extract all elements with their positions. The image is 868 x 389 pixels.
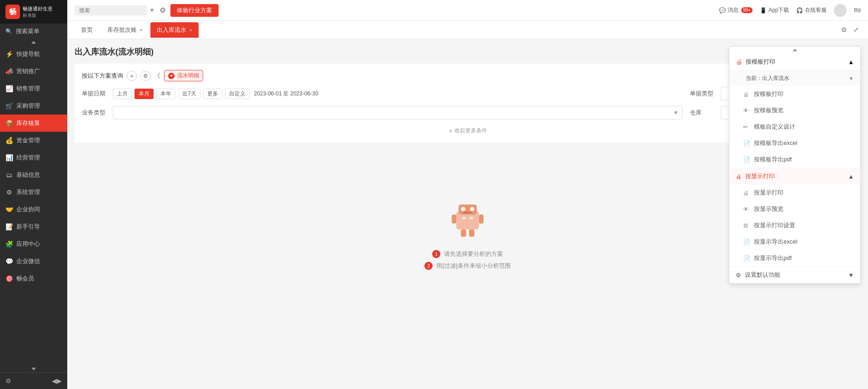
guide-icon: 📝	[5, 223, 13, 230]
dropdown-item-display-settings[interactable]: ⚙ 按显示打印设置	[729, 217, 860, 234]
default-settings-icon: ⚙	[736, 272, 741, 279]
filter-collapse-left-btn[interactable]: 《	[154, 72, 160, 80]
sidebar-item-label: 销售管理	[16, 85, 62, 93]
user-avatar[interactable]	[834, 4, 847, 17]
sidebar-collapse-icon[interactable]: ◀▶	[52, 377, 62, 384]
sidebar-item-purchase[interactable]: 🛒 采购管理	[0, 97, 67, 115]
sidebar-item-label: 应用中心	[16, 240, 62, 248]
topbar-search-box[interactable]	[75, 5, 147, 15]
svg-rect-9	[462, 217, 466, 219]
tab-maximize-icon[interactable]: ⤢	[852, 24, 861, 35]
search-dropdown-icon[interactable]: ▼	[149, 7, 155, 14]
svg-point-2	[461, 207, 465, 211]
sidebar-item-sales[interactable]: 📈 销售管理	[0, 80, 67, 97]
sidebar-item-base[interactable]: 🗂 基础信息	[0, 166, 67, 184]
dropdown-item-template-print[interactable]: 🖨 按模板打印	[729, 86, 860, 102]
dropdown-current[interactable]: 当前：出入库流水 ▼	[729, 71, 860, 86]
sidebar-scroll-down[interactable]	[0, 366, 67, 372]
inventory-icon: 📦	[5, 120, 13, 127]
filter-tag-label: 流水明细	[177, 72, 199, 80]
sidebar-item-operations[interactable]: 📊 经营管理	[0, 149, 67, 166]
dropdown-item-display-preview[interactable]: 👁 按显示预览	[729, 201, 860, 217]
sidebar-search-item[interactable]: 🔍 搜索菜单	[0, 24, 67, 39]
tab-flow[interactable]: 出入库流水 ×	[150, 22, 198, 38]
sidebar-item-quick-nav[interactable]: ⚡ 快捷导航	[0, 45, 67, 63]
collapse-more-btn[interactable]: ∧ 收起更多条件	[449, 127, 487, 135]
dropdown-section2-header[interactable]: 🖨 按显示打印 ▲	[729, 168, 860, 185]
search-input[interactable]	[79, 7, 143, 14]
sidebar-item-label: 企业协同	[16, 205, 62, 214]
filter-section-label: 按以下方案查询	[82, 72, 123, 80]
dropdown-item-template-pdf[interactable]: 📄 按模板导出pdf	[729, 151, 860, 168]
filter-add-btn[interactable]: +	[127, 71, 137, 81]
biz-type-select[interactable]: ▼	[113, 106, 683, 120]
sidebar-item-guide[interactable]: 📝 新手引导	[0, 218, 67, 235]
tab-flow-close[interactable]: ×	[189, 27, 192, 33]
sidebar-item-member[interactable]: 🎯 畅会员	[0, 270, 67, 287]
tab-home-label: 首页	[81, 26, 93, 34]
dropdown-item-display-excel[interactable]: 📄 按显示导出excel	[729, 234, 860, 250]
tab-batch-account-label: 库存批次账	[107, 26, 137, 34]
sidebar-item-system[interactable]: ⚙ 系统管理	[0, 184, 67, 201]
dropdown-current-arrow: ▼	[848, 75, 854, 82]
tab-flow-label: 出入库流水	[157, 26, 186, 34]
app-download-icon: 📱	[760, 7, 767, 14]
svg-rect-10	[469, 217, 473, 219]
dropdown-item-display-print[interactable]: 🖨 按显示打印	[729, 185, 860, 201]
tab-home[interactable]: 首页	[75, 22, 99, 38]
dropdown-footer[interactable]: ⚙ 设置默认功能 ▼	[729, 267, 860, 283]
filter-tag[interactable]: ✦ 流水明细	[164, 70, 203, 81]
app-download-action[interactable]: 📱 App下载	[760, 6, 789, 14]
sidebar-item-apps[interactable]: 🧩 应用中心	[0, 235, 67, 253]
date-btn-this-month[interactable]: 本月	[135, 89, 154, 99]
svg-rect-7	[461, 229, 466, 237]
dropdown-item-template-custom[interactable]: ✏ 模板自定义设计	[729, 119, 860, 135]
sidebar-item-finance[interactable]: 💰 资金管理	[0, 132, 67, 149]
display-pdf-icon: 📄	[743, 255, 750, 262]
member-icon: 🎯	[5, 275, 13, 282]
sidebar-item-inventory[interactable]: 📦 库存核算	[0, 115, 67, 132]
sidebar-item-label: 基础信息	[16, 171, 62, 179]
template-pdf-icon: 📄	[743, 156, 750, 163]
system-icon: ⚙	[5, 189, 13, 196]
display-print-section-icon: 🖨	[736, 173, 742, 180]
dropdown-header[interactable]: 🖨 按模板打印 ▲	[729, 53, 860, 71]
sidebar-scroll-up[interactable]	[0, 39, 67, 45]
message-action[interactable]: 💬 消息 99+	[719, 6, 753, 14]
dropdown-item-display-pdf[interactable]: 📄 按显示导出pdf	[729, 250, 860, 266]
display-excel-icon: 📄	[743, 239, 750, 245]
industry-btn[interactable]: 体验行业方案	[170, 4, 219, 17]
display-excel-label: 按显示导出excel	[754, 238, 797, 246]
topbar-gear-icon[interactable]: ⚙	[160, 6, 166, 15]
sidebar-settings-icon[interactable]: ⚙	[5, 377, 11, 384]
tab-batch-account[interactable]: 库存批次账 ×	[101, 22, 149, 38]
date-btn-custom[interactable]: 自定义	[225, 89, 249, 99]
sidebar-item-wechat[interactable]: 💬 企业微信	[0, 253, 67, 270]
sidebar-item-enterprise[interactable]: 🤝 企业协同	[0, 201, 67, 218]
dropdown-header-label: 按模板打印	[746, 58, 775, 66]
tab-restore-icon[interactable]: ⧉	[840, 24, 848, 35]
dropdown-scroll-up[interactable]	[729, 47, 860, 53]
sidebar-item-label: 企业微信	[16, 257, 62, 265]
online-service-action[interactable]: 🎧 在线客服	[796, 6, 827, 14]
date-btn-this-year[interactable]: 本年	[156, 89, 175, 99]
date-btn-7days[interactable]: 近7天	[178, 89, 200, 99]
date-btn-more[interactable]: 更多	[203, 89, 222, 99]
sidebar-item-label: 资金管理	[16, 136, 62, 145]
sidebar-item-marketing[interactable]: 📣 营销推广	[0, 63, 67, 80]
dropdown-item-template-preview[interactable]: 👁 按模板预览	[729, 102, 860, 119]
main-content: ▼ ⚙ 体验行业方案 💬 消息 99+ 📱 App下载 🎧 在线客服 Rit 首…	[67, 0, 868, 389]
empty-step-1: 1 请先选择要分析的方案	[432, 250, 503, 258]
date-btn-last-month[interactable]: 上月	[113, 89, 132, 99]
tabs-window-controls: ⧉ ⤢	[840, 24, 861, 35]
display-settings-label: 按显示打印设置	[754, 221, 795, 229]
section2-arrow: ▲	[848, 173, 854, 180]
marketing-icon: 📣	[5, 68, 13, 75]
sidebar: 畅 畅捷通好生意 标准版 🔍 搜索菜单 ⚡ 快捷导航 📣 营销推广 📈 销售管理…	[0, 0, 67, 389]
step-2-num: 2	[424, 262, 433, 270]
svg-rect-4	[463, 212, 472, 214]
tab-batch-account-close[interactable]: ×	[140, 27, 142, 33]
filter-settings-btn[interactable]: ⚙	[140, 71, 150, 81]
svg-rect-5	[452, 214, 456, 224]
dropdown-item-template-excel[interactable]: 📄 按模板导出excel	[729, 135, 860, 151]
